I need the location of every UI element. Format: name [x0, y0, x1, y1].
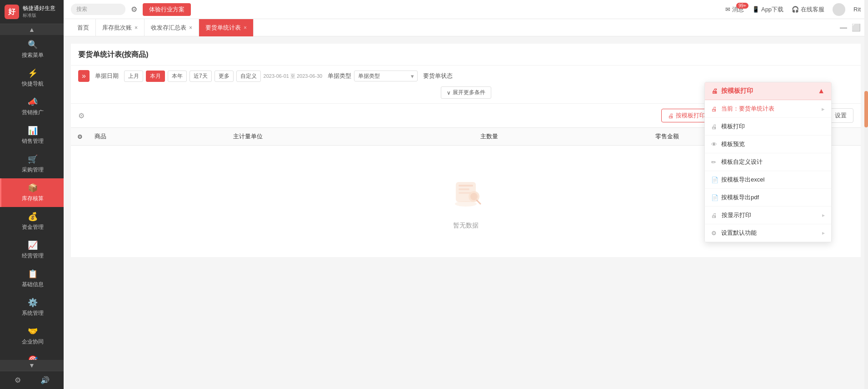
sidebar: 好 畅捷通好生意 标准版 ▲ 🔍 搜索菜单 ⚡ 快捷导航 📣 营销推广 📊 销售… — [0, 0, 64, 389]
export-excel-icon: 📄 — [711, 177, 718, 183]
expand-icon: ∨ — [447, 90, 451, 96]
print-dropdown-item-template-print[interactable]: 🖨 模板打印 — [705, 118, 831, 136]
search-icon: 🔍 — [28, 40, 38, 50]
date-btn-more[interactable]: 更多 — [215, 71, 234, 82]
app-tag: 标准版 — [23, 12, 55, 19]
status-filter: 要货单状态 — [423, 72, 453, 80]
app-download-item[interactable]: 📱 App下载 — [752, 5, 783, 14]
display-print-left: 🖨 按显示打印 — [711, 211, 751, 219]
tab-home[interactable]: 首页 — [71, 19, 96, 36]
table-settings-icon[interactable]: ⚙ — [78, 111, 85, 120]
print-dropdown-item-template-design[interactable]: ✏ 模板自定义设计 — [705, 153, 831, 171]
trial-button[interactable]: 体验行业方案 — [143, 3, 191, 16]
messages-badge: 99+ — [736, 3, 748, 9]
sidebar-scroll-up[interactable]: ▲ — [0, 24, 64, 35]
operation-icon: 📈 — [28, 240, 38, 250]
tab-inventory-batch-close[interactable]: × — [135, 25, 138, 31]
sidebar-item-marketing[interactable]: 📣 营销推广 — [0, 92, 64, 121]
svg-line-7 — [477, 200, 480, 204]
col-product: 商品 — [89, 128, 228, 146]
sidebar-item-search[interactable]: 🔍 搜索菜单 — [0, 35, 64, 64]
topbar: 搜索 ⚙ 体验行业方案 ✉ 消息 99+ 📱 App下载 🎧 在线客服 Rit — [64, 0, 868, 19]
audio-footer-icon[interactable]: 🔊 — [40, 376, 50, 384]
print-dropdown-item-export-excel[interactable]: 📄 按模板导出excel — [705, 171, 831, 189]
messages-item[interactable]: ✉ 消息 99+ — [725, 5, 744, 14]
topbar-search-box[interactable]: 搜索 — [71, 4, 125, 15]
print-dropdown-title: 🖨 按模板打印 — [711, 87, 753, 95]
sidebar-item-finance[interactable]: 💰 资金管理 — [0, 207, 64, 236]
sidebar-item-purchase[interactable]: 🛒 采购管理 — [0, 150, 64, 178]
export-pdf-label: 按模板导出pdf — [721, 193, 759, 202]
col-unit: 主计量单位 — [228, 128, 475, 146]
tab-order-summary-close[interactable]: × — [244, 25, 247, 31]
sidebar-item-sales[interactable]: 📊 销售管理 — [0, 121, 64, 150]
date-group: 上月 本月 本年 近7天 更多 自定义 2023-06-01 至 2023-06… — [124, 71, 322, 82]
settings-button[interactable]: 设置 — [828, 108, 853, 123]
sidebar-item-system[interactable]: ⚙️ 系统管理 — [0, 293, 64, 322]
sidebar-nav: 🔍 搜索菜单 ⚡ 快捷导航 📣 营销推广 📊 销售管理 🛒 采购管理 📦 库存核… — [0, 35, 64, 360]
tab-receipt-summary[interactable]: 收发存汇总表 × — [145, 19, 199, 36]
tab-expand-icon[interactable]: ⬜ — [852, 23, 861, 32]
sidebar-item-operation[interactable]: 📈 经营管理 — [0, 236, 64, 264]
col-settings[interactable]: ⚙ — [71, 128, 89, 146]
sidebar-item-label: 系统管理 — [22, 309, 44, 317]
topbar-gear-icon[interactable]: ⚙ — [131, 5, 137, 14]
svg-rect-2 — [459, 185, 473, 187]
sidebar-item-guide[interactable]: 🎯 新手引导 — [0, 350, 64, 360]
print-icon: 🖨 — [668, 112, 674, 119]
tab-inventory-batch[interactable]: 库存批次账 × — [96, 19, 145, 36]
guide-icon: 🎯 — [28, 355, 38, 360]
date-btn-this-year[interactable]: 本年 — [168, 71, 187, 82]
default-func-label: 设置默认功能 — [721, 229, 757, 237]
app-logo: 好 畅捷通好生意 标准版 — [0, 0, 64, 24]
expand-conditions-button[interactable]: ∨ 展开更多条件 — [441, 86, 491, 99]
column-settings-icon[interactable]: ⚙ — [77, 133, 83, 140]
display-print-label: 按显示打印 — [722, 211, 751, 219]
sidebar-item-label: 销售管理 — [22, 137, 44, 145]
export-excel-label: 按模板导出excel — [721, 176, 764, 184]
tab-minimize-icon[interactable]: — — [840, 24, 847, 32]
system-icon: ⚙️ — [28, 298, 38, 308]
template-design-icon: ✏ — [711, 159, 716, 166]
sidebar-item-collab[interactable]: 🤝 企业协同 — [0, 322, 64, 350]
type-select-wrapper: 单据类型 — [354, 71, 418, 81]
print-dropdown-display-print[interactable]: 🖨 按显示打印 ▸ — [705, 207, 831, 224]
print-dropdown-item-template-preview[interactable]: 👁 模板预览 — [705, 136, 831, 153]
date-btn-this-month[interactable]: 本月 — [146, 71, 165, 82]
filter-toggle-button[interactable]: » — [78, 70, 90, 82]
settings-footer-icon[interactable]: ⚙ — [15, 376, 21, 384]
sidebar-scroll-down[interactable]: ▼ — [0, 360, 64, 371]
sales-icon: 📊 — [28, 126, 38, 136]
tab-receipt-summary-close[interactable]: × — [189, 25, 192, 31]
sidebar-item-label: 库存核算 — [22, 195, 44, 202]
date-range-display: 2023-06-01 至 2023-06-30 — [264, 73, 323, 80]
online-service-label: 在线客服 — [801, 5, 824, 14]
tab-order-summary[interactable]: 要货单统计表 × — [199, 19, 254, 36]
scrollbar-thumb[interactable] — [864, 91, 868, 127]
template-print-icon: 🖨 — [711, 123, 717, 130]
sidebar-item-label: 营销推广 — [22, 109, 44, 116]
type-select[interactable]: 单据类型 — [354, 71, 418, 81]
page-header: 要货单统计表(按商品) — [71, 44, 861, 65]
print-dropdown-current[interactable]: 🖨 当前：要货单统计表 — [705, 100, 831, 118]
date-btn-custom[interactable]: 自定义 — [236, 71, 261, 82]
online-service-item[interactable]: 🎧 在线客服 — [792, 5, 824, 14]
sidebar-item-basic[interactable]: 📋 基础信息 — [0, 264, 64, 293]
right-scrollbar — [864, 0, 868, 389]
sidebar-item-quick-nav[interactable]: ⚡ 快捷导航 — [0, 64, 64, 92]
sidebar-item-inventory[interactable]: 📦 库存核算 — [0, 178, 64, 207]
user-avatar[interactable] — [833, 3, 845, 16]
svg-point-6 — [470, 193, 478, 200]
page-title: 要货单统计表(按商品) — [78, 50, 853, 65]
expand-label: 展开更多条件 — [453, 89, 485, 96]
collab-icon: 🤝 — [28, 326, 38, 336]
display-print-icon: 🖨 — [711, 212, 717, 219]
date-btn-last-month[interactable]: 上月 — [124, 71, 143, 82]
default-func-arrow: ▸ — [822, 230, 825, 236]
print-dropdown-item-export-pdf[interactable]: 📄 按模板导出pdf — [705, 189, 831, 207]
date-btn-7days[interactable]: 近7天 — [190, 71, 212, 82]
print-dropdown-default-func[interactable]: ⚙ 设置默认功能 ▸ — [705, 224, 831, 242]
username-label: Rit — [853, 6, 861, 13]
tab-order-summary-label: 要货单统计表 — [205, 24, 241, 32]
print-dropdown-close-icon[interactable]: ▲ — [818, 87, 825, 95]
